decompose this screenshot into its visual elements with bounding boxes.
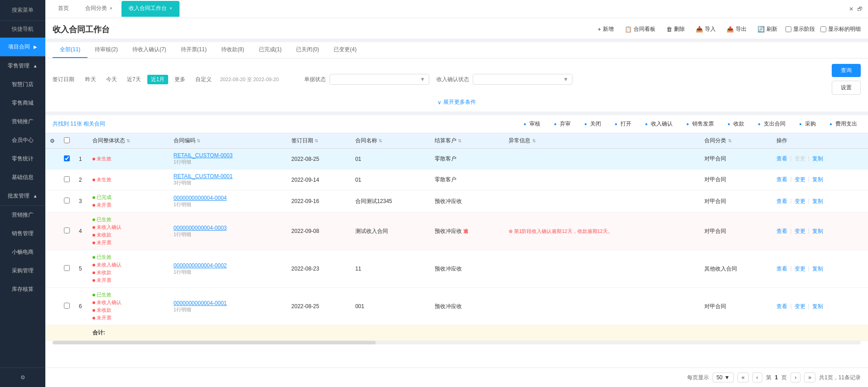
first-page-button[interactable]: «: [737, 372, 749, 382]
date-btn-custom[interactable]: 自定义: [192, 75, 215, 84]
query-button[interactable]: 查询: [832, 64, 861, 77]
row3-contract-link[interactable]: 0000000000004-0004: [174, 195, 227, 201]
filter-tab-closed[interactable]: 已关闭(0): [289, 42, 326, 58]
row1-change-btn[interactable]: 变更: [795, 155, 805, 163]
row4-copy-btn[interactable]: 复制: [812, 227, 823, 235]
horizontal-scrollbar[interactable]: [53, 341, 861, 344]
row3-change-btn[interactable]: 变更: [795, 198, 805, 205]
filter-tab-completed[interactable]: 已完成(1): [252, 42, 289, 58]
row2-contract-link[interactable]: RETAIL_CUSTOM-0001: [174, 173, 233, 179]
output-contract-button[interactable]: ● 支出合同: [752, 119, 789, 129]
row4-change-btn[interactable]: 变更: [795, 227, 805, 235]
setting-button[interactable]: 设置: [832, 81, 861, 95]
delete-button[interactable]: 🗑 删除: [664, 24, 688, 35]
print-button[interactable]: ● 打开: [609, 119, 635, 129]
last-page-button[interactable]: »: [804, 372, 815, 382]
date-btn-yesterday[interactable]: 昨天: [82, 75, 100, 84]
row6-view-btn[interactable]: 查看: [776, 303, 787, 310]
close-all-icon[interactable]: ✕: [849, 6, 853, 12]
tab-income-workbench[interactable]: 收入合同工作台 ×: [121, 1, 179, 17]
row5-select-checkbox[interactable]: [64, 265, 70, 271]
filter-tab-pending-review[interactable]: 待审核(2): [87, 42, 125, 58]
tab-contract-category[interactable]: 合同分类 ×: [78, 1, 120, 17]
row1-view-btn[interactable]: 查看: [776, 155, 787, 163]
date-btn-today[interactable]: 今天: [102, 75, 121, 84]
sidebar-item-retail[interactable]: 零售管理 ▲: [0, 57, 45, 75]
row6-change-btn[interactable]: 变更: [795, 303, 805, 310]
sidebar-search[interactable]: 搜索菜单: [0, 0, 45, 21]
import-button[interactable]: 📥 导入: [693, 24, 718, 35]
tab-home[interactable]: 首页: [51, 1, 76, 17]
row4-select-checkbox[interactable]: [64, 227, 70, 233]
restore-icon[interactable]: 🗗: [857, 6, 863, 12]
col-settlement-customer[interactable]: 结算客户 ⇅: [430, 133, 504, 149]
row4-view-btn[interactable]: 查看: [776, 227, 787, 235]
prev-page-button[interactable]: ‹: [752, 372, 762, 382]
row5-copy-btn[interactable]: 复制: [812, 265, 823, 273]
col-settings[interactable]: ⚙: [45, 133, 59, 149]
row5-contract-link[interactable]: 0000000000004-0002: [174, 262, 227, 269]
row4-contract-link[interactable]: 0000000000004-0003: [174, 225, 227, 231]
refresh-button[interactable]: 🔄 刷新: [755, 24, 780, 35]
col-contract-type[interactable]: 合同分类 ⇅: [700, 133, 772, 149]
sales-invoice-button[interactable]: ● 销售发票: [681, 119, 718, 129]
filter-tab-pending-invoice[interactable]: 待开票(11): [174, 42, 214, 58]
row3-select-checkbox[interactable]: [64, 198, 70, 203]
abandon-review-button[interactable]: ● 弃审: [548, 119, 574, 129]
row3-view-btn[interactable]: 查看: [776, 198, 787, 205]
collection-button[interactable]: ● 收款: [722, 119, 748, 129]
sidebar-item-ecommerce[interactable]: 小畅电商: [0, 243, 45, 261]
sidebar-item-member[interactable]: 会员中心: [0, 131, 45, 150]
sidebar-item-marketing[interactable]: 营销推广: [0, 112, 45, 131]
date-btn-last7[interactable]: 近7天: [123, 75, 145, 84]
export-button[interactable]: 📤 导出: [724, 24, 749, 35]
sidebar-item-basic-info[interactable]: 基础信息: [0, 168, 45, 187]
row6-copy-btn[interactable]: 复制: [812, 303, 823, 310]
date-btn-more[interactable]: 更多: [171, 75, 189, 84]
col-contract-code[interactable]: 合同编码 ⇅: [169, 133, 287, 149]
col-error-info[interactable]: 异常信息 ⇅: [504, 133, 700, 149]
filter-tab-pending-income-confirm[interactable]: 待收入确认(7): [125, 42, 174, 58]
row2-select-checkbox[interactable]: [64, 176, 70, 182]
income-confirm-status-select[interactable]: ▼: [473, 74, 572, 85]
filter-tab-pending-collection[interactable]: 待收款(8): [214, 42, 252, 58]
contract-board-button[interactable]: 📋 合同看板: [622, 24, 658, 35]
row1-contract-link[interactable]: RETAIL_CUSTOM-0003: [174, 152, 233, 159]
sidebar-item-wholesale[interactable]: 批发管理 ▲: [0, 187, 45, 205]
next-page-button[interactable]: ›: [790, 372, 800, 382]
row5-change-btn[interactable]: 变更: [795, 265, 805, 273]
row5-view-btn[interactable]: 查看: [776, 265, 787, 273]
row3-copy-btn[interactable]: 复制: [812, 198, 823, 205]
col-contract-name[interactable]: 合同名称 ⇅: [351, 133, 430, 149]
date-btn-last1month[interactable]: 近1月: [147, 75, 169, 84]
row1-copy-btn[interactable]: 复制: [812, 155, 823, 163]
row2-change-btn[interactable]: 变更: [795, 176, 805, 184]
expand-conditions-button[interactable]: ∨ 展开更多条件: [53, 98, 861, 106]
col-overall-status[interactable]: 合同整体状态 ⇅: [88, 133, 169, 149]
sidebar-settings[interactable]: ⚙: [0, 368, 45, 387]
review-action-button[interactable]: ● 审核: [518, 119, 544, 129]
sidebar-item-smart-store[interactable]: 智慧门店: [0, 75, 45, 94]
sidebar-item-project[interactable]: 项目合同 ▶: [0, 38, 45, 56]
scrollbar-thumb[interactable]: [53, 341, 376, 344]
show-detail-checkbox-label[interactable]: 显示标的明细: [820, 25, 861, 33]
purchase-button[interactable]: ● 采购: [794, 119, 820, 129]
tab-income-workbench-close[interactable]: ×: [170, 6, 172, 11]
row2-view-btn[interactable]: 查看: [776, 176, 787, 184]
row6-select-checkbox[interactable]: [64, 303, 70, 309]
show-fields-checkbox[interactable]: [786, 26, 791, 32]
row1-select-checkbox[interactable]: [64, 155, 70, 161]
select-all-checkbox[interactable]: [64, 137, 70, 143]
sidebar-item-inventory[interactable]: 库存核算: [0, 280, 45, 299]
row2-copy-btn[interactable]: 复制: [812, 176, 823, 184]
income-confirm-button[interactable]: ● 收入确认: [640, 119, 676, 129]
col-sign-date[interactable]: 签订日期 ⇅: [287, 133, 351, 149]
page-size-select[interactable]: 50 ▼: [713, 372, 734, 382]
sidebar-item-retail-mall[interactable]: 零售商城: [0, 94, 45, 112]
doc-status-select[interactable]: ▼: [330, 74, 429, 85]
tab-contract-category-close[interactable]: ×: [110, 6, 112, 11]
show-fields-checkbox-label[interactable]: 显示阶段: [786, 25, 815, 33]
row6-contract-link[interactable]: 0000000000004-0001: [174, 300, 227, 306]
filter-tab-all[interactable]: 全部(11): [53, 42, 87, 58]
sidebar-quicknav[interactable]: 快捷导航: [0, 21, 45, 38]
